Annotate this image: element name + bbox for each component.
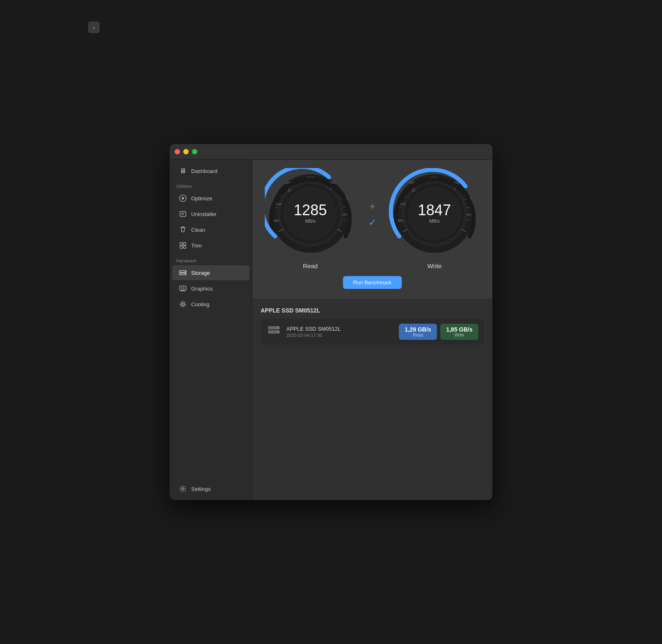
disk-date: 2020-02-04 17:30 bbox=[286, 333, 394, 338]
write-speed-unit: MB/s bbox=[418, 219, 451, 223]
read-label: Read bbox=[303, 262, 318, 269]
sidebar-cooling-label: Cooling bbox=[191, 301, 209, 308]
close-button[interactable] bbox=[175, 149, 180, 154]
sidebar-trim-label: Trim bbox=[191, 243, 202, 249]
app-body: 🖥 Dashboard Utilities Optimize bbox=[170, 160, 492, 500]
connector-sun-icon: ✦ bbox=[369, 202, 376, 212]
svg-rect-6 bbox=[183, 246, 186, 248]
sidebar-item-trim[interactable]: Trim bbox=[172, 238, 249, 253]
gauges-row: 0 500 1000 1500 2000 2500 3000 3500 4000 bbox=[265, 168, 480, 269]
clean-icon bbox=[179, 226, 187, 234]
storage-icon bbox=[179, 269, 187, 277]
svg-point-10 bbox=[185, 274, 186, 274]
sidebar-item-clean[interactable]: Clean bbox=[172, 222, 249, 237]
svg-rect-11 bbox=[180, 286, 186, 290]
sidebar-clean-label: Clean bbox=[191, 227, 205, 233]
read-gauge: 0 500 1000 1500 2000 2500 3000 3500 4000 bbox=[265, 168, 356, 259]
sidebar-graphics-label: Graphics bbox=[191, 286, 213, 292]
disk-drive-icon bbox=[266, 323, 281, 341]
disk-list-item: APPLE SSD SM0512L 2020-02-04 17:30 1,29 … bbox=[261, 319, 484, 345]
sidebar-storage-label: Storage bbox=[191, 270, 210, 276]
sidebar-settings-label: Settings bbox=[191, 486, 211, 492]
titlebar bbox=[170, 144, 492, 160]
sidebar-item-optimize[interactable]: Optimize bbox=[172, 191, 249, 206]
gauges-section: 0 500 1000 1500 2000 2500 3000 3500 4000 bbox=[252, 160, 492, 299]
sidebar-item-dashboard[interactable]: 🖥 Dashboard bbox=[172, 163, 249, 178]
read-value-display: 1285 MB/s bbox=[294, 203, 327, 223]
settings-icon bbox=[179, 485, 187, 493]
read-speed-badge-value: 1,29 GB/s bbox=[405, 326, 431, 333]
minimize-button[interactable] bbox=[183, 149, 189, 154]
app-window: 🖥 Dashboard Utilities Optimize bbox=[170, 144, 492, 500]
sidebar-item-graphics[interactable]: Graphics bbox=[172, 281, 249, 296]
read-speed-unit: MB/s bbox=[294, 219, 327, 223]
svg-point-14 bbox=[182, 488, 184, 490]
run-benchmark-button[interactable]: Run Benchmark bbox=[343, 276, 401, 289]
main-content: ‹ bbox=[252, 160, 492, 500]
svg-rect-2 bbox=[180, 211, 186, 216]
write-gauge-container: 500 1000 1500 2000 2500 3000 3500 4000 bbox=[389, 168, 480, 269]
trim-icon bbox=[179, 241, 187, 250]
sidebar-section-hardware: Hardware bbox=[170, 253, 252, 265]
disk-section-title: APPLE SSD SM0512L bbox=[261, 307, 484, 314]
disk-info: APPLE SSD SM0512L 2020-02-04 17:30 bbox=[286, 326, 394, 338]
write-value-display: 1847 MB/s bbox=[418, 203, 451, 223]
cooling-icon bbox=[179, 300, 187, 308]
sidebar: 🖥 Dashboard Utilities Optimize bbox=[170, 160, 252, 500]
write-gauge: 500 1000 1500 2000 2500 3000 3500 4000 bbox=[389, 168, 480, 259]
write-speed-badge-label: Write bbox=[455, 333, 464, 337]
gauge-connector: ✦ ✓ bbox=[356, 202, 389, 228]
sidebar-uninstaller-label: Uninstaller bbox=[191, 211, 216, 217]
disk-speeds: 1,29 GB/s Read 1,85 GB/s Write bbox=[399, 324, 478, 340]
sidebar-dashboard-label: Dashboard bbox=[191, 168, 218, 174]
sidebar-section-utilities: Utilities bbox=[170, 179, 252, 190]
maximize-button[interactable] bbox=[192, 149, 197, 154]
svg-point-69 bbox=[277, 331, 279, 333]
svg-rect-3 bbox=[180, 243, 182, 245]
write-speed-value: 1847 bbox=[418, 203, 451, 218]
read-speed-badge: 1,29 GB/s Read bbox=[399, 324, 437, 340]
uninstaller-icon bbox=[179, 210, 187, 218]
svg-rect-5 bbox=[180, 246, 182, 248]
disk-name: APPLE SSD SM0512L bbox=[286, 326, 394, 332]
svg-rect-4 bbox=[183, 243, 186, 245]
svg-point-9 bbox=[185, 271, 186, 272]
read-speed-value: 1285 bbox=[294, 203, 327, 218]
sidebar-optimize-label: Optimize bbox=[191, 195, 212, 202]
write-speed-badge-value: 1,85 GB/s bbox=[446, 326, 473, 333]
sidebar-item-uninstaller[interactable]: Uninstaller bbox=[172, 207, 249, 221]
graphics-icon bbox=[179, 284, 187, 293]
write-speed-badge: 1,85 GB/s Write bbox=[440, 324, 478, 340]
optimize-icon bbox=[179, 194, 187, 202]
sidebar-item-cooling[interactable]: Cooling bbox=[172, 297, 249, 312]
svg-point-1 bbox=[182, 197, 184, 199]
disk-section: APPLE SSD SM0512L APPLE SSD SM0512L 2020… bbox=[252, 299, 492, 500]
dashboard-icon: 🖥 bbox=[179, 167, 187, 175]
read-speed-badge-label: Read bbox=[413, 333, 423, 337]
svg-point-68 bbox=[277, 327, 279, 329]
svg-rect-12 bbox=[182, 287, 184, 289]
sidebar-item-settings[interactable]: Settings bbox=[172, 481, 249, 496]
write-label: Write bbox=[427, 262, 442, 269]
sidebar-item-storage[interactable]: Storage bbox=[172, 265, 249, 280]
connector-check-icon: ✓ bbox=[369, 217, 376, 228]
read-gauge-container: 0 500 1000 1500 2000 2500 3000 3500 4000 bbox=[265, 168, 356, 269]
